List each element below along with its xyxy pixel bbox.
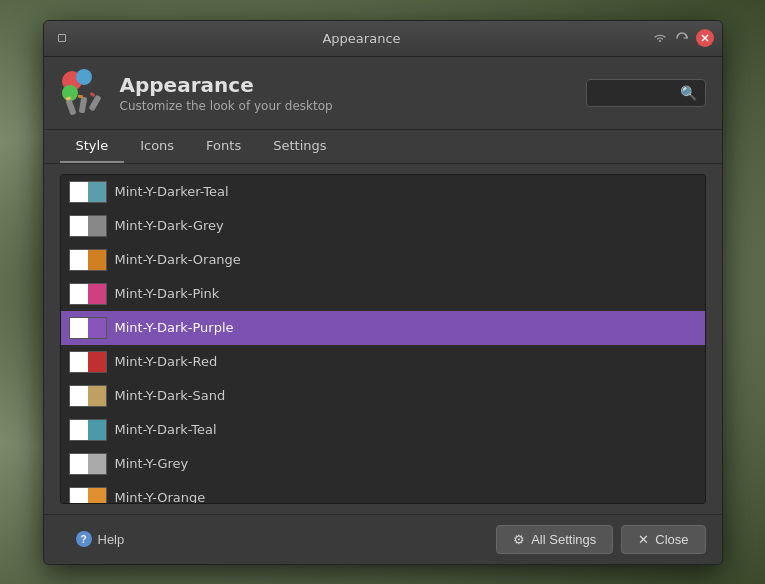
app-title: Appearance bbox=[120, 73, 574, 97]
theme-item[interactable]: Mint-Y-Dark-Teal bbox=[61, 413, 705, 447]
theme-item[interactable]: Mint-Y-Dark-Grey bbox=[61, 209, 705, 243]
theme-preview bbox=[69, 249, 107, 271]
window-title: Appearance bbox=[72, 31, 652, 46]
app-icon bbox=[60, 69, 108, 117]
footer-right: ⚙ All Settings ✕ Close bbox=[496, 525, 705, 554]
theme-name: Mint-Y-Dark-Orange bbox=[115, 252, 241, 267]
titlebar: Appearance bbox=[44, 21, 722, 57]
appearance-window: Appearance bbox=[43, 20, 723, 565]
settings-icon: ⚙ bbox=[513, 532, 525, 547]
theme-preview bbox=[69, 215, 107, 237]
help-icon: ? bbox=[76, 531, 92, 547]
theme-name: Mint-Y-Dark-Sand bbox=[115, 388, 226, 403]
help-label: Help bbox=[98, 532, 125, 547]
close-icon: ✕ bbox=[638, 532, 649, 547]
theme-preview bbox=[69, 317, 107, 339]
theme-preview bbox=[69, 385, 107, 407]
svg-rect-10 bbox=[89, 91, 95, 96]
help-button[interactable]: ? Help bbox=[60, 525, 141, 553]
tab-bar: Style Icons Fonts Settings bbox=[44, 130, 722, 164]
all-settings-button[interactable]: ⚙ All Settings bbox=[496, 525, 613, 554]
tab-fonts[interactable]: Fonts bbox=[190, 130, 257, 163]
all-settings-label: All Settings bbox=[531, 532, 596, 547]
theme-item[interactable]: Mint-Y-Grey bbox=[61, 447, 705, 481]
titlebar-controls bbox=[652, 29, 714, 47]
theme-name: Mint-Y-Darker-Teal bbox=[115, 184, 229, 199]
menu-icon bbox=[58, 34, 66, 42]
refresh-icon[interactable] bbox=[674, 30, 690, 46]
svg-rect-5 bbox=[65, 98, 76, 115]
theme-item[interactable]: Mint-Y-Darker-Teal bbox=[61, 175, 705, 209]
theme-preview bbox=[69, 283, 107, 305]
theme-item[interactable]: Mint-Y-Dark-Sand bbox=[61, 379, 705, 413]
theme-name: Mint-Y-Dark-Grey bbox=[115, 218, 224, 233]
theme-list[interactable]: Mint-Y-Darker-TealMint-Y-Dark-GreyMint-Y… bbox=[60, 174, 706, 504]
footer: ? Help ⚙ All Settings ✕ Close bbox=[44, 514, 722, 564]
theme-preview bbox=[69, 351, 107, 373]
close-label: Close bbox=[655, 532, 688, 547]
svg-point-3 bbox=[76, 69, 92, 85]
footer-left: ? Help bbox=[60, 525, 141, 553]
theme-item[interactable]: Mint-Y-Dark-Red bbox=[61, 345, 705, 379]
theme-name: Mint-Y-Dark-Red bbox=[115, 354, 218, 369]
close-window-button[interactable] bbox=[696, 29, 714, 47]
theme-item[interactable]: Mint-Y-Dark-Pink bbox=[61, 277, 705, 311]
tab-settings[interactable]: Settings bbox=[257, 130, 342, 163]
search-box[interactable]: 🔍 bbox=[586, 79, 706, 107]
theme-name: Mint-Y-Orange bbox=[115, 490, 206, 504]
theme-preview bbox=[69, 181, 107, 203]
theme-preview bbox=[69, 419, 107, 441]
app-subtitle: Customize the look of your desktop bbox=[120, 99, 574, 113]
svg-rect-7 bbox=[88, 94, 101, 111]
theme-name: Mint-Y-Dark-Purple bbox=[115, 320, 234, 335]
wifi-icon bbox=[652, 30, 668, 46]
theme-item[interactable]: Mint-Y-Orange bbox=[61, 481, 705, 504]
close-button[interactable]: ✕ Close bbox=[621, 525, 705, 554]
theme-name: Mint-Y-Grey bbox=[115, 456, 189, 471]
theme-preview bbox=[69, 453, 107, 475]
content-area: Mint-Y-Darker-TealMint-Y-Dark-GreyMint-Y… bbox=[44, 164, 722, 514]
tab-icons[interactable]: Icons bbox=[124, 130, 190, 163]
theme-item[interactable]: Mint-Y-Dark-Purple bbox=[61, 311, 705, 345]
search-icon: 🔍 bbox=[680, 85, 697, 101]
theme-preview bbox=[69, 487, 107, 504]
titlebar-menu[interactable] bbox=[52, 28, 72, 48]
theme-item[interactable]: Mint-Y-Dark-Orange bbox=[61, 243, 705, 277]
svg-rect-9 bbox=[77, 94, 82, 98]
app-header: Appearance Customize the look of your de… bbox=[44, 57, 722, 130]
theme-name: Mint-Y-Dark-Teal bbox=[115, 422, 217, 437]
theme-name: Mint-Y-Dark-Pink bbox=[115, 286, 220, 301]
header-text: Appearance Customize the look of your de… bbox=[120, 73, 574, 113]
svg-rect-6 bbox=[78, 96, 87, 113]
tab-style[interactable]: Style bbox=[60, 130, 125, 163]
